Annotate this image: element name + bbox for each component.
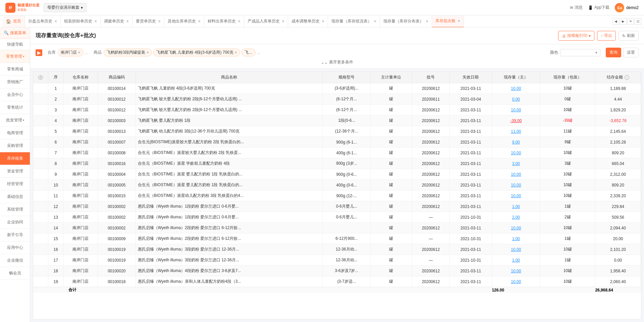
row-stock-main[interactable]: 1.00 — [492, 255, 540, 266]
tab-close-yaohuo[interactable]: ✕ — [158, 19, 161, 23]
sidebar-item-jingying[interactable]: 经营管理 — [0, 178, 30, 191]
warehouse-tag-close[interactable]: ✕ — [78, 51, 80, 54]
sidebar-item-jichu[interactable]: 基础信息 — [0, 191, 30, 203]
col-spec: 规格型号 — [323, 72, 371, 83]
tab-close-all[interactable]: ✕ — [627, 18, 634, 25]
sidebar-item-kucun[interactable]: 库存核算 — [0, 152, 30, 165]
row-stock-main[interactable]: 9.00 — [492, 137, 540, 148]
row-stock-main[interactable]: 11.00 — [492, 126, 540, 137]
user-area[interactable]: Ea demo2 — [615, 3, 639, 12]
filter-expand-arrow[interactable]: ▶ — [36, 49, 42, 56]
row-stock-main[interactable]: 3.00 — [492, 158, 540, 169]
sidebar-item-mall[interactable]: 零售商城 — [0, 63, 30, 76]
tab-expand[interactable]: ⊡ — [635, 18, 641, 25]
row-expire: 2021-10-31 — [450, 255, 492, 266]
tab-close-zuhe[interactable]: ✕ — [94, 19, 97, 23]
product-tag-1-close[interactable]: ✕ — [146, 51, 149, 54]
tab-kucun[interactable]: 库存批次账 ✕ — [432, 15, 464, 28]
sidebar-item-xinshou[interactable]: 新手引导 — [0, 229, 30, 241]
sidebar-item-zijin[interactable]: 资金管理 — [0, 165, 30, 178]
row-stock-main[interactable]: -39.00 — [492, 115, 540, 126]
row-batch: 20200612 — [412, 126, 449, 137]
info-icon[interactable]: i — [625, 75, 629, 80]
row-icon-cell — [33, 255, 48, 266]
row-stock-main[interactable]: 2.00 — [492, 212, 540, 223]
sidebar-item-yingyong[interactable]: 应用中心 — [0, 241, 30, 254]
row-stock-main[interactable]: 10.00 — [492, 244, 540, 255]
row-stock-main[interactable]: 10.00 — [492, 83, 540, 94]
tab-close-chengben[interactable]: ✕ — [322, 19, 324, 23]
expand-more-btn[interactable]: ⌄⌄ 展开更多条件 — [36, 59, 639, 65]
sidebar-item-lingshoe-stat[interactable]: 零售统计 — [0, 101, 30, 114]
product-more[interactable]: ... — [257, 50, 260, 55]
tab-qita[interactable]: 其他出库单历史 ✕ — [164, 15, 204, 28]
row-balance: -3,652.76 — [595, 115, 641, 126]
sidebar-item-diandian[interactable]: 电商管理 — [0, 127, 30, 140]
tab-close-fenku[interactable]: ✕ — [54, 19, 57, 23]
sidebar-item-chang-huiyuan[interactable]: 畅会员 — [0, 267, 30, 280]
warehouse-more[interactable]: ... — [85, 50, 88, 55]
tab-close-cailiao[interactable]: ✕ — [238, 19, 240, 23]
table-row: 14 南岸门店 00100002 惠氏启臻（Wyeth illuma）2段奶粉 … — [33, 223, 641, 233]
row-balance: 2,145.64 — [595, 126, 641, 137]
row-stock-main[interactable]: 10.00 — [492, 266, 540, 276]
row-stock-main[interactable]: 1.00 — [492, 233, 540, 244]
tab-xianzai1[interactable]: 现存量（库存状况表） ✕ — [328, 15, 380, 28]
app-download-btn[interactable]: 📱 App下载 — [588, 5, 609, 10]
row-stock-main[interactable]: 10.00 — [492, 169, 540, 180]
settings-btn[interactable]: 设置 — [623, 48, 639, 57]
row-product-name: 飞鹤星飞帆 儿童奶粉 4段(3-6岁适用) 700克 — [136, 83, 323, 94]
account-dropdown[interactable]: 母婴行业演示账套 ▾ — [44, 3, 87, 12]
sidebar-item-caigou[interactable]: 采购管理 — [0, 140, 30, 152]
row-stock-main[interactable]: 10.00 — [492, 191, 540, 201]
sidebar-item-pifa[interactable]: 批发管理 ▾ — [0, 114, 30, 127]
row-unit: 罐 — [371, 158, 412, 169]
row-stock-main[interactable]: 10.00 — [492, 148, 540, 158]
tab-nav-prev[interactable]: ◀ — [612, 18, 619, 25]
sidebar-search[interactable]: 🔍 搜索菜单 — [0, 28, 30, 39]
row-stock-main[interactable]: 0.00 — [492, 94, 540, 105]
row-stock-main[interactable]: 10.00 — [492, 276, 540, 287]
sidebar-item-xitong[interactable]: 系统管理 — [0, 203, 30, 216]
tab-nav-next[interactable]: ▶ — [620, 18, 627, 25]
refresh-btn[interactable]: ↻ 刷新 — [619, 31, 639, 41]
sidebar-item-qiye-weixin[interactable]: 企业微信 — [0, 254, 30, 267]
col-settings[interactable]: ⚙ — [33, 72, 48, 83]
tab-close-qita[interactable]: ✕ — [198, 19, 201, 23]
color-input-area[interactable]: ▾ — [560, 49, 600, 56]
print-btn[interactable]: 🖨 按模板打印 ▾ — [558, 31, 594, 41]
tab-close-kucun[interactable]: ✕ — [458, 19, 460, 23]
sidebar-quick[interactable]: 快捷导航 — [0, 39, 30, 50]
tab-close-chengpin[interactable]: ✕ — [282, 19, 284, 23]
tab-chengpin[interactable]: 产成品入库单历史 ✕ — [244, 15, 288, 28]
tab-chengben[interactable]: 成本调整单历史 ✕ — [288, 15, 328, 28]
product-tag-2-close[interactable]: ✕ — [234, 51, 237, 54]
tab-close-xianzai1[interactable]: ✕ — [374, 19, 376, 23]
export-btn[interactable]: ↑ 导出 — [597, 31, 616, 41]
row-balance: 2,101.20 — [595, 244, 641, 255]
row-stock-main[interactable]: 10.00 — [492, 223, 540, 233]
tab-xianzai2[interactable]: 现存量（库存分布表） ✕ — [380, 15, 432, 28]
tab-tiaobao[interactable]: 调拨单历史 ✕ — [101, 15, 132, 28]
row-spec: 0-6月婴儿... — [323, 201, 371, 212]
tab-close-tiaobao[interactable]: ✕ — [126, 19, 129, 23]
tab-close-xianzai2[interactable]: ✕ — [426, 19, 428, 23]
query-btn[interactable]: 查询 — [606, 48, 621, 57]
tab-yaohuo[interactable]: 要货单历史 ✕ — [132, 15, 164, 28]
sidebar-item-lingshoe[interactable]: 零售管理 ▾ — [0, 50, 30, 63]
tab-home[interactable]: 🏠 首页 — [3, 15, 25, 28]
messages-btn[interactable]: ✉ 消息 — [570, 5, 583, 10]
row-stock-main[interactable]: 1.00 — [492, 201, 540, 212]
tab-nav: ◀ ▶ ✕ ⊡ — [612, 18, 641, 25]
settings-icon[interactable]: ⚙ — [38, 75, 43, 80]
row-stock-main[interactable]: 10.00 — [492, 105, 540, 115]
tab-zuhe[interactable]: 组装拆卸单历史 ✕ — [61, 15, 101, 28]
row-warehouse: 南岸门店 — [63, 212, 98, 223]
row-product-name: 飞鹤星飞帆 幼儿配方奶粉 3段(12-36个月幼儿适用) 700克 — [136, 126, 323, 137]
sidebar-item-huiyuan[interactable]: 会员中心 — [0, 89, 30, 101]
tab-fenku[interactable]: 分盘点单历史 ✕ — [25, 15, 61, 28]
sidebar-item-qiye[interactable]: 企业协同 — [0, 216, 30, 229]
sidebar-item-yingxiao[interactable]: 营销推广 — [0, 76, 30, 89]
tab-cailiao[interactable]: 材料出库单历史 ✕ — [204, 15, 244, 28]
row-stock-main[interactable]: 10.00 — [492, 180, 540, 191]
